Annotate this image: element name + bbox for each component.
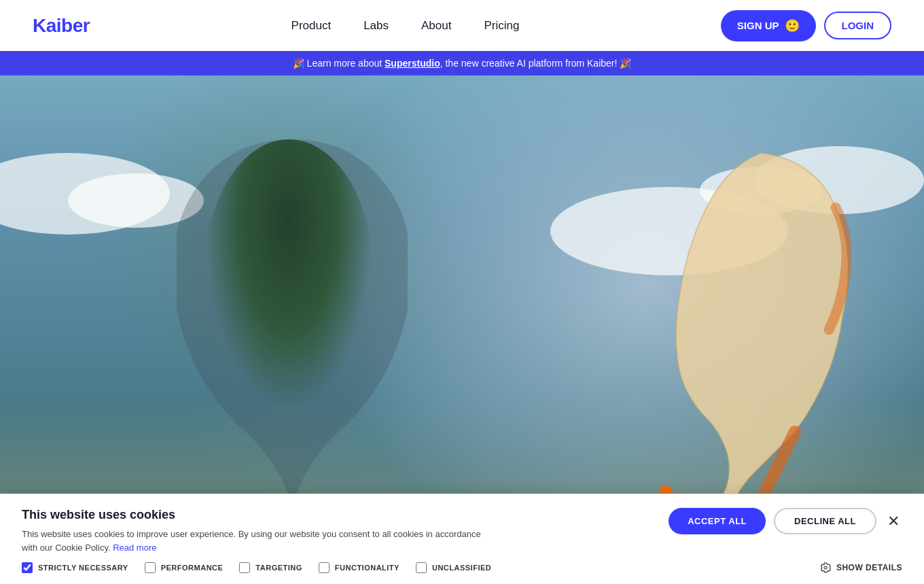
cookie-bottom-row: STRICTLY NECESSARY PERFORMANCE TARGETING… (22, 562, 902, 573)
mirror-decoration (177, 133, 408, 520)
superstudio-link[interactable]: Superstudio (385, 58, 440, 69)
cookie-description: This website uses cookies to improve use… (22, 528, 497, 554)
gear-icon (820, 562, 831, 573)
nav-actions: SIGN UP 🙂 LOGIN (721, 10, 891, 41)
banner-prefix: 🎉 Learn more about (293, 58, 385, 69)
cookie-checkboxes: STRICTLY NECESSARY PERFORMANCE TARGETING… (22, 562, 491, 573)
checkbox-functionality[interactable]: FUNCTIONALITY (319, 562, 399, 573)
nav-about[interactable]: About (421, 19, 451, 32)
face-silhouette (544, 139, 883, 534)
checkbox-targeting[interactable]: TARGETING (239, 562, 302, 573)
svg-point-10 (824, 566, 827, 569)
targeting-checkbox[interactable] (239, 562, 250, 573)
cookie-title: This website uses cookies (22, 508, 669, 522)
navbar: Kaiber Product Labs About Pricing SIGN U… (0, 0, 924, 51)
performance-checkbox[interactable] (145, 562, 156, 573)
signup-button[interactable]: SIGN UP 🙂 (721, 10, 816, 41)
functionality-checkbox[interactable] (319, 562, 330, 573)
show-details-label: SHOW DETAILS (836, 563, 902, 572)
accept-all-button[interactable]: ACCEPT ALL (669, 508, 766, 534)
cookie-top-row: This website uses cookies This website u… (22, 508, 902, 554)
smiley-icon: 🙂 (785, 18, 800, 33)
login-button[interactable]: LOGIN (824, 12, 892, 39)
show-details-button[interactable]: SHOW DETAILS (820, 562, 902, 573)
strictly-necessary-checkbox[interactable] (22, 562, 33, 573)
read-more-link[interactable]: Read more (113, 543, 156, 553)
cookie-content: This website uses cookies This website u… (22, 508, 669, 554)
functionality-label: FUNCTIONALITY (335, 564, 399, 572)
announcement-banner: 🎉 Learn more about Superstudio, the new … (0, 51, 924, 75)
brand-logo[interactable]: Kaiber (33, 15, 90, 37)
nav-labs[interactable]: Labs (363, 19, 389, 32)
targeting-label: TARGETING (255, 564, 302, 572)
cookie-banner: This website uses cookies This website u… (0, 494, 924, 584)
banner-suffix: , the new creative AI platform from Kaib… (440, 58, 632, 69)
checkbox-performance[interactable]: PERFORMANCE (145, 562, 224, 573)
cookie-close-button[interactable]: ✕ (885, 513, 902, 530)
decline-all-button[interactable]: DECLINE ALL (774, 508, 876, 534)
unclassified-label: UNCLASSIFIED (432, 564, 491, 572)
checkbox-unclassified[interactable]: UNCLASSIFIED (416, 562, 491, 573)
signup-label: SIGN UP (737, 20, 779, 31)
nav-pricing[interactable]: Pricing (484, 19, 519, 32)
strictly-necessary-label: STRICTLY NECESSARY (38, 564, 128, 572)
performance-label: PERFORMANCE (161, 564, 224, 572)
cookie-action-buttons: ACCEPT ALL DECLINE ALL ✕ (669, 508, 902, 534)
nav-links: Product Labs About Pricing (291, 19, 520, 33)
cookie-desc-text: This website uses cookies to improve use… (22, 529, 481, 553)
nav-product[interactable]: Product (291, 19, 332, 32)
checkbox-strictly-necessary[interactable]: STRICTLY NECESSARY (22, 562, 128, 573)
unclassified-checkbox[interactable] (416, 562, 427, 573)
